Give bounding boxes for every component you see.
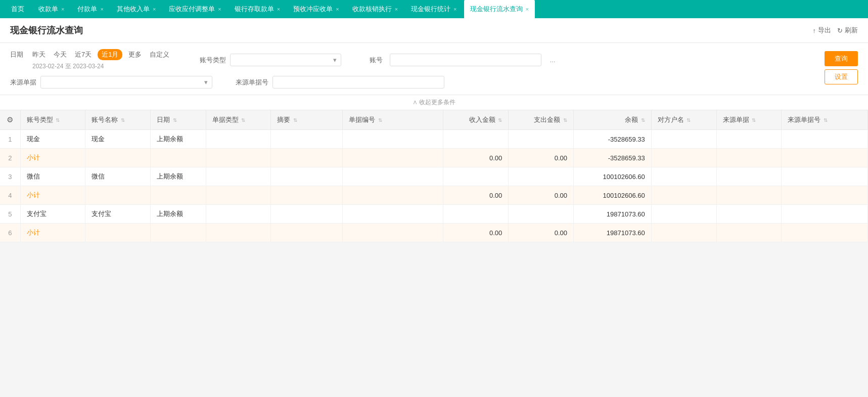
th-expense[interactable]: 支出金额 ⇅ — [509, 110, 574, 130]
td-expense — [509, 130, 574, 149]
date-shortcuts: 昨天 今天 近7天 近1月 更多 自定义 — [30, 49, 171, 60]
sort-icon: ⇅ — [824, 117, 828, 123]
close-icon[interactable]: × — [453, 6, 456, 12]
td-date: 上期余额 — [151, 205, 206, 224]
nav-item-6[interactable]: 收款核销执行 × — [346, 0, 404, 18]
td-income — [443, 205, 509, 224]
data-table: ⚙ 账号类型 ⇅ 账号名称 ⇅ 日期 ⇅ 单据类型 ⇅ — [0, 110, 868, 242]
nav-home[interactable]: 首页 — [4, 0, 31, 18]
nav-item-8[interactable]: 现金银行流水查询 × — [464, 0, 535, 18]
right-buttons: 查询 设置 — [825, 49, 858, 84]
close-icon[interactable]: × — [61, 6, 64, 12]
nav-item-0[interactable]: 收款单 × — [32, 0, 70, 18]
td-account-type: 小计 — [20, 149, 85, 167]
th-date[interactable]: 日期 ⇅ — [151, 110, 206, 130]
source-doc-select[interactable]: ▾ — [40, 76, 212, 89]
source-doc-no-input[interactable] — [277, 78, 440, 86]
td-expense — [509, 205, 574, 224]
td-doc-no — [343, 130, 443, 149]
td-account-type: 微信 — [20, 167, 85, 186]
nav-item-2[interactable]: 其他收入单 × — [111, 0, 162, 18]
page-header: 现金银行流水查询 ↑ 导出 ↻ 刷新 — [0, 18, 868, 43]
td-income — [443, 130, 509, 149]
td-doc-type — [206, 186, 271, 205]
td-account-name: 微信 — [85, 167, 151, 186]
td-account-type: 现金 — [20, 130, 85, 149]
td-doc-type — [206, 224, 271, 242]
close-icon[interactable]: × — [336, 6, 339, 12]
shortcut-7days[interactable]: 近7天 — [73, 49, 94, 60]
td-counterpart — [651, 224, 716, 242]
td-balance: 100102606.60 — [574, 186, 652, 205]
settings-gear-icon[interactable]: ⚙ — [7, 115, 13, 124]
nav-item-1[interactable]: 付款单 × — [71, 0, 109, 18]
nav-item-4[interactable]: 银行存取款单 × — [229, 0, 286, 18]
close-icon[interactable]: × — [153, 6, 156, 12]
account-type-select[interactable]: ▾ — [230, 54, 341, 66]
close-icon[interactable]: × — [526, 6, 529, 12]
td-doc-no — [343, 205, 443, 224]
chevron-down-icon: ▾ — [333, 56, 337, 64]
nav-item-3[interactable]: 应收应付调整单 × — [163, 0, 227, 18]
td-summary — [271, 130, 343, 149]
td-source-doc-no — [782, 149, 868, 167]
td-date: 上期余额 — [151, 167, 206, 186]
th-source-doc-no[interactable]: 来源单据号 ⇅ — [782, 110, 868, 130]
table-row: 6小计0.000.0019871073.60 — [0, 224, 868, 242]
header-actions: ↑ 导出 ↻ 刷新 — [813, 26, 858, 35]
td-balance: -3528659.33 — [574, 130, 652, 149]
sort-icon: ⇅ — [56, 117, 60, 123]
shortcut-1month[interactable]: 近1月 — [98, 49, 122, 60]
filter-area: 日期 昨天 今天 近7天 近1月 更多 自定义 2023-02-24 至 202… — [0, 43, 868, 95]
th-doc-no[interactable]: 单据编号 ⇅ — [343, 110, 443, 130]
td-balance: 19871073.60 — [574, 224, 652, 242]
table-row: 1现金现金上期余额-3528659.33 — [0, 130, 868, 149]
shortcut-more[interactable]: 更多 — [126, 49, 144, 60]
refresh-button[interactable]: ↻ 刷新 — [837, 26, 858, 35]
close-icon[interactable]: × — [218, 6, 221, 12]
shortcut-custom[interactable]: 自定义 — [148, 49, 171, 60]
td-balance: -3528659.33 — [574, 149, 652, 167]
td-balance: 19871073.60 — [574, 205, 652, 224]
td-source-doc — [716, 186, 782, 205]
th-settings[interactable]: ⚙ — [0, 110, 20, 130]
th-account-type[interactable]: 账号类型 ⇅ — [20, 110, 85, 130]
sort-icon: ⇅ — [241, 117, 245, 123]
td-counterpart — [651, 167, 716, 186]
th-counterpart[interactable]: 对方户名 ⇅ — [651, 110, 716, 130]
nav-item-5[interactable]: 预收冲应收单 × — [287, 0, 345, 18]
page-title: 现金银行流水查询 — [10, 24, 83, 36]
shortcut-today[interactable]: 今天 — [52, 49, 69, 60]
close-icon[interactable]: × — [395, 6, 398, 12]
sort-icon: ⇅ — [293, 117, 297, 123]
td-account-name: 支付宝 — [85, 205, 151, 224]
td-source-doc — [716, 224, 782, 242]
td-index: 4 — [0, 186, 20, 205]
td-date: 上期余额 — [151, 130, 206, 149]
shortcut-yesterday[interactable]: 昨天 — [30, 49, 48, 60]
nav-item-7[interactable]: 现金银行统计 × — [405, 0, 463, 18]
th-income[interactable]: 收入金额 ⇅ — [443, 110, 509, 130]
settings-button[interactable]: 设置 — [825, 69, 858, 84]
th-balance[interactable]: 余额 ⇅ — [574, 110, 652, 130]
query-button[interactable]: 查询 — [825, 51, 858, 66]
td-doc-type — [206, 205, 271, 224]
account-input[interactable] — [394, 56, 537, 64]
th-account-name[interactable]: 账号名称 ⇅ — [85, 110, 151, 130]
export-button[interactable]: ↑ 导出 — [813, 26, 832, 35]
sort-icon: ⇅ — [378, 117, 382, 123]
td-counterpart — [651, 130, 716, 149]
th-doc-type[interactable]: 单据类型 ⇅ — [206, 110, 271, 130]
td-doc-type — [206, 149, 271, 167]
th-source-doc[interactable]: 来源单据 ⇅ — [716, 110, 782, 130]
collapse-bar[interactable]: ∧ 收起更多条件 — [0, 95, 868, 110]
close-icon[interactable]: × — [277, 6, 280, 12]
td-source-doc — [716, 205, 782, 224]
td-index: 1 — [0, 130, 20, 149]
close-icon[interactable]: × — [100, 6, 103, 12]
sort-icon: ⇅ — [752, 117, 756, 123]
th-summary[interactable]: 摘要 ⇅ — [271, 110, 343, 130]
td-date — [151, 186, 206, 205]
more-dots[interactable]: ... — [545, 54, 559, 66]
td-doc-type — [206, 130, 271, 149]
